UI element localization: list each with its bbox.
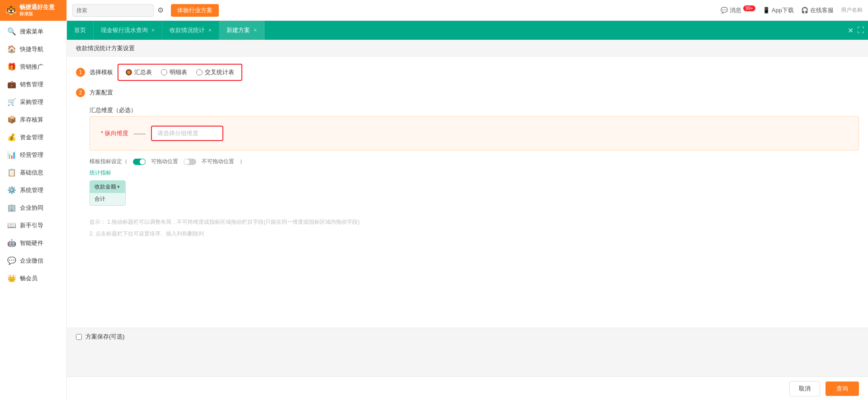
tab-home[interactable]: 首页 xyxy=(67,21,94,40)
tab-collection-stats-label: 收款情况统计 xyxy=(170,26,205,34)
bottom-bar: 取消 查询 xyxy=(67,376,868,400)
topbar-left: ⚙ xyxy=(72,4,164,17)
sidebar-item-quick-nav[interactable]: 🏠 快捷导航 xyxy=(0,40,66,58)
step2-section: 2 方案配置 汇总维度（必选） * 纵向维度 —— 请选择分组维度 xyxy=(76,88,859,239)
sidebar-item-label: 营销推广 xyxy=(20,63,43,71)
metric-card-body: 合计 xyxy=(90,193,125,205)
tab-expand-icon[interactable]: ⛶ xyxy=(857,26,864,34)
cancel-button[interactable]: 取消 xyxy=(789,381,820,396)
logo-edition: 标准版 xyxy=(19,11,55,17)
draggable-toggle[interactable] xyxy=(133,159,146,165)
sidebar-item-label: 库存核算 xyxy=(20,116,43,124)
metric-card-header[interactable]: 收款金额 ▼ xyxy=(90,181,125,193)
hint1: 提示： 1.拖动标题栏可以调整布局，不可跨维度或指标区域拖动栏目字段(只能在同一… xyxy=(90,216,859,227)
non-draggable-toggle[interactable] xyxy=(184,159,196,165)
footer-area: 方案保存(可选) xyxy=(67,328,868,345)
logo-text: 畅捷通好生意 xyxy=(19,4,55,11)
tab-collection-stats-close[interactable]: × xyxy=(208,27,212,33)
metrics-section: 统计指标 收款金额 ▼ 合计 xyxy=(90,169,859,206)
radio-cross[interactable]: 交叉统计表 xyxy=(196,68,234,76)
wechat-icon: 💬 xyxy=(7,256,16,265)
search-input[interactable] xyxy=(72,4,154,17)
sidebar-item-label: 智能硬件 xyxy=(20,239,43,247)
radio-summary-input[interactable] xyxy=(126,69,132,75)
sidebar-item-member[interactable]: 👑 畅会员 xyxy=(0,269,66,287)
app-download-item[interactable]: 📱 App下载 xyxy=(763,6,794,14)
form-section: 1 选择模板 汇总表 明细表 交叉统计表 xyxy=(67,56,868,328)
template-box: 汇总表 明细表 交叉统计表 xyxy=(118,64,242,81)
tab-new-plan-close[interactable]: × xyxy=(254,27,257,33)
sidebar-item-label: 快捷导航 xyxy=(20,45,43,53)
metric-dropdown-icon[interactable]: ▼ xyxy=(116,184,121,189)
save-plan-label: 方案保存(可选) xyxy=(85,333,125,341)
tab-home-label: 首页 xyxy=(74,26,86,34)
tab-new-plan[interactable]: 新建方案 × xyxy=(219,21,264,40)
tab-bank-flow-close[interactable]: × xyxy=(151,27,155,33)
sidebar-item-operations[interactable]: 📊 经营管理 xyxy=(0,146,66,164)
sidebar-item-enterprise[interactable]: 🏢 企业协同 xyxy=(0,199,66,216)
online-service-label: 在线客服 xyxy=(810,6,834,14)
sidebar-item-label: 企业微信 xyxy=(20,257,43,265)
search-menu-icon: 🔍 xyxy=(7,27,16,36)
step1-badge: 1 xyxy=(76,68,85,77)
step1-label: 选择模板 xyxy=(90,68,113,76)
toggle-knob xyxy=(140,159,145,165)
sidebar-item-label: 基础信息 xyxy=(20,169,43,177)
sidebar-item-label: 采购管理 xyxy=(20,98,43,106)
notification-icon: 💬 xyxy=(721,7,728,14)
tab-collection-stats[interactable]: 收款情况统计 × xyxy=(162,21,219,40)
tab-close-all-icon[interactable]: ✕ xyxy=(848,26,854,35)
inventory-icon: 📦 xyxy=(7,115,16,124)
metrics-setting-label: 模板指标设定（ xyxy=(90,158,127,165)
step1-row: 1 选择模板 汇总表 明细表 交叉统计表 xyxy=(76,64,859,81)
dimension-select[interactable]: 请选择分组维度 xyxy=(151,126,223,141)
sidebar-item-sales[interactable]: 💼 销售管理 xyxy=(0,75,66,93)
sidebar-menu: 🔍 搜索菜单 🏠 快捷导航 🎁 营销推广 💼 销售管理 🛒 采购管理 📦 库存核… xyxy=(0,21,66,400)
sidebar-item-system[interactable]: ⚙️ 系统管理 xyxy=(0,181,66,199)
radio-summary[interactable]: 汇总表 xyxy=(126,68,152,76)
sidebar-item-label: 搜索菜单 xyxy=(20,28,43,36)
finance-icon: 💰 xyxy=(7,133,16,141)
system-icon: ⚙️ xyxy=(7,186,16,194)
guide-icon: 📖 xyxy=(7,221,16,230)
sidebar-item-label: 新手引导 xyxy=(20,221,43,230)
notification-item[interactable]: 💬 消息 99+ xyxy=(721,6,755,14)
notification-label: 消息 xyxy=(730,6,741,14)
metric-sub-label: 合计 xyxy=(94,196,105,202)
online-service-item[interactable]: 🎧 在线客服 xyxy=(801,6,834,14)
tab-bank-flow[interactable]: 现金银行流水查询 × xyxy=(94,21,162,40)
radio-summary-label: 汇总表 xyxy=(134,68,152,76)
dimension-placeholder-text: 请选择分组维度 xyxy=(157,130,198,136)
gear-icon[interactable]: ⚙ xyxy=(157,6,164,14)
sidebar-item-inventory[interactable]: 📦 库存核算 xyxy=(0,111,66,128)
radio-detail[interactable]: 明细表 xyxy=(161,68,187,76)
sidebar-item-smart-hw[interactable]: 🤖 智能硬件 xyxy=(0,234,66,252)
sidebar-item-purchase[interactable]: 🛒 采购管理 xyxy=(0,93,66,111)
notification-badge: 99+ xyxy=(743,5,755,11)
marketing-icon: 🎁 xyxy=(7,62,16,71)
step2-row: 2 方案配置 xyxy=(76,88,859,97)
sidebar-item-wechat[interactable]: 💬 企业微信 xyxy=(0,252,66,269)
metric-card-collection: 收款金额 ▼ 合计 xyxy=(90,180,126,206)
app-download-label: App下载 xyxy=(772,6,794,14)
query-button[interactable]: 查询 xyxy=(826,381,859,396)
sidebar-item-finance[interactable]: 💰 资金管理 xyxy=(0,128,66,146)
sidebar: 🐯 畅捷通好生意 标准版 🔍 搜索菜单 🏠 快捷导航 🎁 营销推广 💼 销售管理… xyxy=(0,0,67,400)
radio-detail-input[interactable] xyxy=(161,69,167,75)
tab-new-plan-label: 新建方案 xyxy=(226,26,250,34)
topbar: ⚙ 体验行业方案 💬 消息 99+ 📱 App下载 🎧 在线客服 用户名称 xyxy=(67,0,868,21)
smart-hw-icon: 🤖 xyxy=(7,239,16,247)
summary-dimension-label: 汇总维度（必选） xyxy=(90,104,859,116)
sidebar-item-label: 资金管理 xyxy=(20,133,43,141)
trial-button[interactable]: 体验行业方案 xyxy=(171,4,219,17)
tab-bank-flow-label: 现金银行流水查询 xyxy=(101,26,148,34)
sidebar-item-basic-info[interactable]: 📋 基础信息 xyxy=(0,164,66,181)
sidebar-item-guide[interactable]: 📖 新手引导 xyxy=(0,216,66,234)
radio-cross-input[interactable] xyxy=(196,69,203,75)
radio-cross-label: 交叉统计表 xyxy=(205,68,234,76)
dimension-arrow: —— xyxy=(134,130,146,137)
sidebar-item-marketing[interactable]: 🎁 营销推广 xyxy=(0,58,66,75)
save-plan-checkbox[interactable] xyxy=(76,334,82,340)
sidebar-item-search-menu[interactable]: 🔍 搜索菜单 xyxy=(0,23,66,40)
quick-nav-icon: 🏠 xyxy=(7,45,16,53)
